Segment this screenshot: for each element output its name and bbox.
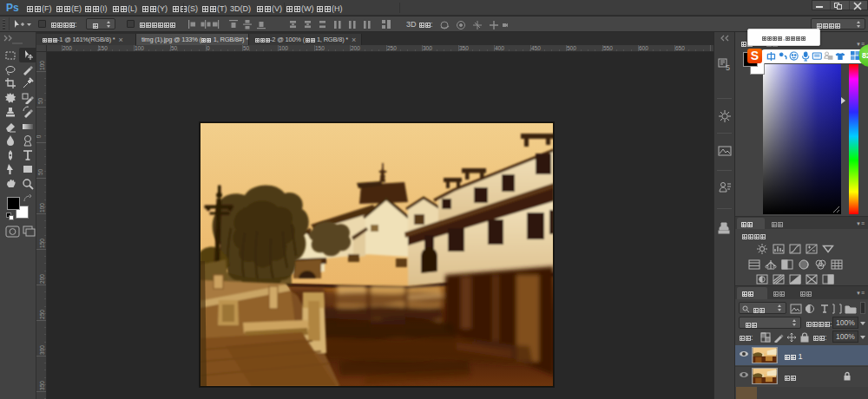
svg-text:5: 5 [726, 63, 730, 72]
